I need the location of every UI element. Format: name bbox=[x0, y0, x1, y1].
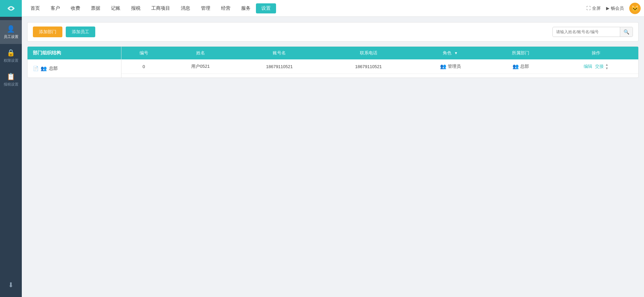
col-header-name: 姓名 bbox=[166, 47, 235, 59]
cell-dept: 👥 总部 bbox=[488, 59, 554, 74]
panels: 部门组织结构 📄 👥 总部 编号 bbox=[27, 46, 639, 78]
sidebar-item-permissions[interactable]: 🔒 权限设置 bbox=[0, 44, 22, 68]
sidebar-label-tax-settings: 报税设置 bbox=[4, 82, 18, 87]
arrow-up-icon[interactable]: ▲ bbox=[605, 63, 608, 66]
logo bbox=[0, 0, 22, 17]
col-header-phone: 联系电话 bbox=[324, 47, 413, 59]
row-scroll-arrows[interactable]: ▲ ▼ bbox=[605, 63, 608, 70]
member-icon: ▶ bbox=[606, 6, 609, 11]
edit-link[interactable]: 编辑 bbox=[584, 63, 592, 69]
nav-item-business[interactable]: 工商项目 bbox=[146, 3, 175, 13]
nav-item-tax[interactable]: 报税 bbox=[126, 3, 146, 13]
sidebar-item-download[interactable]: ⬇ bbox=[8, 276, 14, 294]
search-icon: 🔍 bbox=[624, 29, 629, 35]
cell-actions: 编辑 交接 ▲ ▼ bbox=[554, 59, 638, 74]
nav-item-manage[interactable]: 管理 bbox=[196, 3, 216, 13]
main-content: 添加部门 添加员工 🔍 部门组织结构 📄 bbox=[22, 17, 644, 297]
nav-item-bookkeeping[interactable]: 记账 bbox=[106, 3, 126, 13]
col-header-dept: 所属部门 bbox=[488, 47, 554, 59]
sidebar-label-employee: 员工设置 bbox=[4, 34, 18, 39]
add-emp-button[interactable]: 添加员工 bbox=[66, 27, 95, 37]
col-header-id: 编号 bbox=[121, 47, 166, 59]
col-header-role[interactable]: 角色 ▼ bbox=[413, 47, 487, 59]
dept-panel-header: 部门组织结构 bbox=[28, 47, 121, 59]
sidebar-item-tax-settings[interactable]: 📋 报税设置 bbox=[0, 68, 22, 92]
transfer-link[interactable]: 交接 bbox=[595, 63, 604, 69]
cell-role: 👥 管理员 bbox=[413, 59, 487, 74]
cell-id: 0 bbox=[121, 59, 166, 74]
nav-item-message[interactable]: 消息 bbox=[175, 3, 196, 13]
tax-settings-icon: 📋 bbox=[7, 72, 15, 81]
cell-phone: 18679110521 bbox=[324, 59, 413, 74]
dept-tree-item-root[interactable]: 📄 👥 总部 bbox=[28, 63, 121, 74]
sidebar-item-employee[interactable]: 👤 员工设置 bbox=[0, 20, 22, 44]
sidebar-label-permissions: 权限设置 bbox=[4, 58, 18, 63]
download-icon: ⬇ bbox=[8, 281, 14, 289]
nav-item-settings[interactable]: 设置 bbox=[256, 3, 276, 13]
user-avatar[interactable]: 🐱 bbox=[629, 3, 641, 14]
sidebar: 👤 员工设置 🔒 权限设置 📋 报税设置 ⬇ bbox=[0, 17, 22, 297]
dept-value: 总部 bbox=[520, 63, 529, 69]
cell-account: 18679110521 bbox=[235, 59, 324, 74]
permissions-icon: 🔒 bbox=[7, 49, 15, 57]
dept-tree: 📄 👥 总部 bbox=[28, 59, 121, 78]
nav-item-customer[interactable]: 客户 bbox=[45, 3, 65, 13]
role-filter-icon[interactable]: ▼ bbox=[454, 51, 458, 55]
role-name: 管理员 bbox=[448, 63, 461, 69]
member-label: 畅会员 bbox=[611, 5, 624, 11]
arrow-down-icon[interactable]: ▼ bbox=[605, 66, 608, 70]
search-box: 🔍 bbox=[552, 27, 633, 37]
employee-icon: 👤 bbox=[7, 25, 15, 33]
col-role-label: 角色 bbox=[443, 50, 451, 55]
dept-file-icon: 📄 bbox=[33, 66, 39, 71]
nav-item-fees[interactable]: 收费 bbox=[65, 3, 86, 13]
nav-item-home[interactable]: 首页 bbox=[25, 3, 45, 13]
role-icon: 👥 bbox=[440, 63, 446, 69]
member-button[interactable]: ▶ 畅会员 bbox=[606, 5, 624, 11]
fullscreen-icon: ⛶ bbox=[586, 6, 591, 11]
dept-panel: 部门组织结构 📄 👥 总部 bbox=[28, 47, 121, 78]
fullscreen-button[interactable]: ⛶ 全屏 bbox=[586, 5, 601, 11]
nav-item-invoices[interactable]: 票据 bbox=[86, 3, 106, 13]
col-header-account: 账号名 bbox=[235, 47, 324, 59]
employee-table: 编号 姓名 账号名 联系电话 角色 ▼ 所属部门 操作 bbox=[121, 47, 638, 74]
col-header-actions: 操作 bbox=[554, 47, 638, 59]
fullscreen-label: 全屏 bbox=[592, 5, 601, 11]
table-panel: 编号 姓名 账号名 联系电话 角色 ▼ 所属部门 操作 bbox=[121, 47, 638, 78]
nav-item-service[interactable]: 服务 bbox=[236, 3, 256, 13]
dept-name-root: 总部 bbox=[49, 65, 58, 71]
search-input[interactable] bbox=[553, 28, 620, 36]
dept-user-icon: 👥 bbox=[513, 63, 519, 69]
nav-item-operation[interactable]: 经营 bbox=[216, 3, 236, 13]
dept-user-icon: 👥 bbox=[41, 65, 47, 71]
cell-name: 用户0521 bbox=[166, 59, 235, 74]
toolbar: 添加部门 添加员工 🔍 bbox=[27, 22, 639, 42]
table-row: 0 用户0521 18679110521 18679110521 👥 管理员 👥… bbox=[121, 59, 638, 74]
toolbar-left: 添加部门 添加员工 bbox=[33, 27, 95, 37]
nav-right: ⛶ 全屏 ▶ 畅会员 🐱 bbox=[586, 3, 644, 14]
top-nav-items: 首页 客户 收费 票据 记账 报税 工商项目 消息 管理 经营 服务 设置 bbox=[22, 3, 586, 13]
search-button[interactable]: 🔍 bbox=[620, 27, 633, 37]
add-dept-button[interactable]: 添加部门 bbox=[33, 27, 62, 37]
